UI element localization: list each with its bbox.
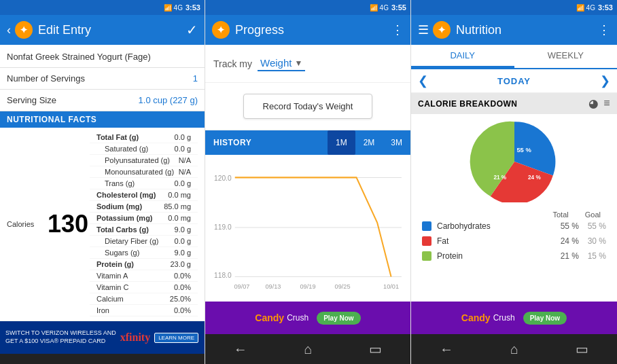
nutrition-panel: 📶 4G 3:53 ☰ ✦ Nutrition ⋮ DAILY WEEKLY ❮… bbox=[411, 0, 617, 364]
candy-text-right: Candy bbox=[461, 312, 491, 323]
learn-more-button[interactable]: LEARN MORE bbox=[154, 333, 198, 343]
list-item: Cholesterol (mg)0.0 mg bbox=[90, 189, 198, 201]
serving-size-row[interactable]: Serving Size 1.0 cup (227 g) bbox=[0, 90, 205, 111]
edit-entry-panel: 📶 4G 3:53 ‹ ✦ Edit Entry ✓ Nonfat Greek … bbox=[0, 0, 205, 364]
nutrient-label: Iron bbox=[96, 306, 174, 314]
progress-header: ✦ Progress ⋮ bbox=[205, 15, 410, 45]
list-item: Protein (g)23.0 g bbox=[90, 259, 198, 270]
nav-bar-mid: ← ⌂ ▭ bbox=[205, 334, 410, 364]
nav-icon-right[interactable]: ☰ bbox=[418, 22, 429, 37]
chart-svg: 120.0 119.0 118.0 09/07 09/13 09/19 09/2… bbox=[211, 160, 405, 299]
nutrient-label: Protein (g) bbox=[96, 260, 170, 268]
crush-text-right: Crush bbox=[493, 313, 515, 323]
legend-item-name: Carbohydrates bbox=[437, 221, 552, 231]
list-item: Vitamin C0.0% bbox=[90, 282, 198, 293]
home-nav-right[interactable]: ⌂ bbox=[510, 342, 518, 357]
play-now-button-mid[interactable]: Play Now bbox=[317, 312, 360, 325]
breakdown-title: CALORIE BREAKDOWN bbox=[418, 99, 518, 109]
candy-ad-mid[interactable]: Candy Crush Play Now bbox=[205, 302, 410, 334]
home-nav-mid[interactable]: ⌂ bbox=[304, 342, 312, 357]
brand-icon-left: ✦ bbox=[15, 21, 33, 39]
nutrient-label: Trans (g) bbox=[105, 179, 175, 187]
back-nav-left[interactable]: ← bbox=[29, 361, 42, 365]
ad-bar-left[interactable]: SWITCH TO VERIZON WIRELESS AND GET A $10… bbox=[0, 321, 205, 354]
nutrient-value: 0.0 g bbox=[175, 133, 191, 141]
ad-content: SWITCH TO VERIZON WIRELESS AND GET A $10… bbox=[5, 329, 116, 345]
pie-chart-area: 55 % 24 % 21 % bbox=[411, 114, 617, 209]
serving-size-value: 1.0 cup (227 g) bbox=[139, 95, 198, 105]
candy-ad-right[interactable]: Candy Crush Play Now bbox=[411, 302, 617, 334]
back-nav-right[interactable]: ← bbox=[440, 342, 453, 357]
nutrition-header: NUTRITIONAL FACTS bbox=[0, 111, 205, 128]
list-item: Vitamin A0.0% bbox=[90, 270, 198, 282]
list-item: Saturated (g)0.0 g bbox=[90, 143, 198, 155]
svg-text:118.0: 118.0 bbox=[214, 272, 232, 280]
back-icon-left[interactable]: ‹ bbox=[7, 23, 11, 37]
legend-item-goal: 15 % bbox=[579, 251, 606, 261]
brand-icon-right: ✦ bbox=[433, 21, 451, 39]
recent-nav-left[interactable]: ▭ bbox=[163, 361, 176, 364]
track-label: Track my bbox=[213, 58, 252, 69]
date-nav: ❮ TODAY ❯ bbox=[411, 69, 617, 93]
more-icon-mid[interactable]: ⋮ bbox=[391, 22, 404, 37]
svg-text:119.0: 119.0 bbox=[214, 223, 232, 231]
calories-row: Calories 130 Total Fat (g)0.0 gSaturated… bbox=[0, 128, 205, 321]
prev-date-button[interactable]: ❮ bbox=[418, 73, 428, 88]
legend-color-swatch bbox=[422, 251, 431, 261]
nutrient-label: Vitamin C bbox=[96, 283, 174, 291]
track-dropdown[interactable]: Weight ▼ bbox=[258, 56, 305, 71]
pie-chart-svg: 55 % 24 % 21 % bbox=[460, 121, 569, 202]
list-item: Total Fat (g)0.0 g bbox=[90, 132, 198, 143]
nutrient-label: Monounsaturated (g) bbox=[105, 168, 179, 176]
status-bar-right: 📶 4G 3:53 bbox=[411, 0, 617, 15]
brand-icon-mid: ✦ bbox=[212, 21, 230, 39]
servings-value: 1 bbox=[193, 73, 198, 84]
more-icon-right[interactable]: ⋮ bbox=[598, 22, 610, 37]
legend-row: Protein 21 % 15 % bbox=[422, 251, 606, 261]
tab-1m[interactable]: 1M bbox=[328, 130, 355, 155]
play-now-button-right[interactable]: Play Now bbox=[523, 312, 567, 325]
recent-nav-right[interactable]: ▭ bbox=[576, 341, 588, 357]
recent-nav-mid[interactable]: ▭ bbox=[369, 341, 382, 357]
nutrient-value: 0.0% bbox=[174, 283, 191, 291]
legend-header: Total Goal bbox=[422, 211, 606, 219]
confirm-icon[interactable]: ✓ bbox=[186, 22, 198, 38]
edit-entry-title: Edit Entry bbox=[38, 23, 186, 37]
svg-text:09/13: 09/13 bbox=[265, 283, 281, 290]
record-weight-button[interactable]: Record Today's Weight bbox=[243, 94, 373, 119]
svg-text:10/01: 10/01 bbox=[383, 283, 399, 290]
next-date-button[interactable]: ❯ bbox=[600, 73, 610, 88]
nav-bar-right: ← ⌂ ▭ bbox=[411, 334, 617, 364]
history-label: HISTORY bbox=[205, 138, 260, 147]
time-mid: 3:55 bbox=[391, 3, 406, 12]
edit-entry-header: ‹ ✦ Edit Entry ✓ bbox=[0, 15, 205, 45]
ad-text2: GET A $100 VISA® PREPAID CARD bbox=[5, 338, 116, 346]
nutrient-label: Sugars (g) bbox=[105, 249, 175, 257]
daily-weekly-tabs: DAILY WEEKLY bbox=[411, 45, 617, 69]
legend-rows: Carbohydrates 55 % 55 % Fat 24 % 30 % Pr… bbox=[422, 221, 606, 261]
nutrient-value: 0.0% bbox=[174, 306, 191, 314]
nutrient-value: 85.0 mg bbox=[164, 202, 191, 211]
svg-text:120.0: 120.0 bbox=[214, 175, 232, 183]
daily-tab[interactable]: DAILY bbox=[411, 45, 514, 68]
list-icon[interactable]: ≡ bbox=[603, 97, 610, 110]
nav-bar-left: ← ⌂ ▭ bbox=[0, 354, 205, 364]
list-item: Dietary Fiber (g)0.0 g bbox=[90, 236, 198, 247]
pie-chart-icon[interactable]: ◕ bbox=[588, 97, 599, 110]
ad-text1: SWITCH TO VERIZON WIRELESS AND bbox=[5, 329, 116, 338]
date-label: TODAY bbox=[428, 76, 600, 86]
weekly-tab[interactable]: WEEKLY bbox=[514, 45, 618, 68]
tab-2m[interactable]: 2M bbox=[355, 130, 383, 155]
tab-3m[interactable]: 3M bbox=[383, 130, 410, 155]
weight-chart: 120.0 119.0 118.0 09/07 09/13 09/19 09/2… bbox=[205, 155, 410, 302]
back-nav-mid[interactable]: ← bbox=[234, 342, 247, 357]
nutrient-value: 25.0% bbox=[170, 295, 191, 303]
servings-row[interactable]: Number of Servings 1 bbox=[0, 68, 205, 90]
calories-label: Calories bbox=[7, 220, 41, 228]
home-nav-left[interactable]: ⌂ bbox=[99, 361, 107, 365]
nutrient-label: Calcium bbox=[96, 295, 170, 303]
svg-text:09/25: 09/25 bbox=[335, 283, 351, 290]
food-name: Nonfat Greek Strained Yogurt (Fage) bbox=[0, 45, 205, 68]
status-icons-left: 📶 4G bbox=[164, 4, 183, 12]
nutrient-value: 0.0 g bbox=[175, 145, 191, 153]
